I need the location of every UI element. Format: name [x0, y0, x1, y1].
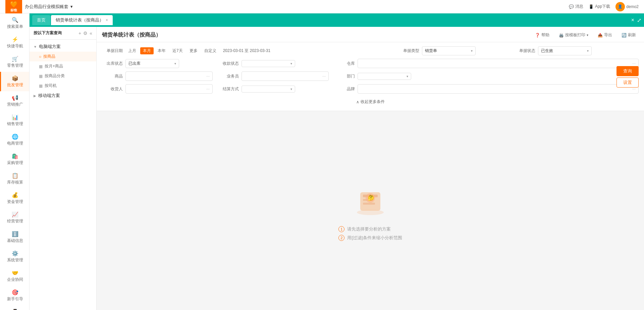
filter-row-4: 收货人 ··· 结算方式 ▾ [102, 84, 639, 94]
tip2-number: 2 [338, 235, 344, 241]
tab-close-icon[interactable]: × [106, 18, 108, 22]
pc-chevron-icon: ▼ [34, 45, 37, 49]
tree-root-pc[interactable]: ▼ 电脑端方案 [30, 42, 96, 52]
date-custom[interactable]: 自定义 [202, 47, 219, 54]
top-bar-right: 💬 消息 📱 App下载 👤 demo2 [569, 2, 639, 11]
tree-root-mobile[interactable]: ▶ 移动端方案 [30, 91, 96, 101]
sidebar-item-newbie[interactable]: 🎯 新手引导 [0, 286, 29, 305]
app-download-button[interactable]: 📱 App下载 [589, 4, 610, 9]
brand-select[interactable]: ··· [358, 84, 639, 94]
collapse-panel-icon[interactable]: « [90, 31, 92, 36]
doc-type-select[interactable]: 销货单 ▾ [422, 46, 476, 55]
staff-select[interactable]: ··· [241, 71, 329, 81]
tab-maximize-icon[interactable]: ⤢ [637, 17, 641, 23]
date-this-year[interactable]: 本年 [155, 47, 168, 54]
add-scheme-icon[interactable]: + [78, 31, 81, 36]
avatar: 👤 [615, 2, 625, 11]
doc-status-select[interactable]: 已生效 ▾ [538, 46, 592, 55]
sidebar-item-finance[interactable]: 💰 资金管理 [0, 189, 29, 208]
template-print-label: 按模板打印 [565, 32, 585, 38]
payment-label: 结算方式 [218, 86, 241, 92]
tree-item-by-category[interactable]: ▦ 按商品分类 [30, 71, 96, 81]
tab-active[interactable]: 销货单统计表（按商品） × [51, 15, 113, 25]
payment-select[interactable]: ▾ [241, 86, 295, 93]
sidebar-item-basics[interactable]: ℹ️ 基础信息 [0, 227, 29, 247]
help-button[interactable]: ❓ 帮助 [532, 31, 552, 39]
payment-caret-icon: ▾ [290, 87, 292, 91]
sidebar-item-operations[interactable]: 📈 经营管理 [0, 208, 29, 227]
dept-select[interactable]: ▾ [358, 73, 411, 80]
template-print-button[interactable]: 🖨️ 按模板打印 ▾ [556, 31, 591, 39]
empty-state: 🤔 1 请先选择要分析的方案 2 用[过滤]条件来缩小分析范围 [97, 111, 644, 310]
staff-control: ··· [241, 71, 329, 81]
sidebar-label-finance: 资金管理 [7, 199, 23, 205]
sidebar-item-wholesale[interactable]: 📦 批发管理 [0, 72, 29, 91]
filter-row-2: 出库状态 已出库 ▾ 收款状态 ▾ [102, 59, 639, 68]
date-this-month[interactable]: 本月 [140, 47, 154, 54]
sidebar-item-system[interactable]: ⚙️ 系统管理 [0, 247, 29, 266]
sidebar-item-ecommerce[interactable]: 🌐 电商管理 [0, 130, 29, 150]
collapse-filter-button[interactable]: ∧ 收起更多条件 [102, 97, 639, 107]
out-status-value: 已出库 [128, 61, 174, 66]
receiver-select[interactable]: ··· [125, 84, 213, 94]
set-button[interactable]: 设置 [616, 78, 639, 88]
sidebar-item-marketing[interactable]: 📢 营销推广 [0, 91, 29, 111]
dept-label: 部门 [334, 73, 358, 79]
logo-text: 标惟 [10, 8, 17, 13]
refresh-button[interactable]: 🔄 刷新 [619, 31, 639, 39]
sidebar-item-appcenter[interactable]: 📱 应用中心 [0, 305, 29, 310]
newbie-icon: 🎯 [12, 289, 18, 296]
out-status-select[interactable]: 已出库 ▾ [125, 59, 179, 68]
purchase-icon: 🛍️ [12, 153, 18, 159]
date-control: 上月 本月 本年 近7天 更多 自定义 2023-03-01 至 2023-03… [125, 47, 398, 54]
dept-caret-icon: ▾ [407, 74, 408, 78]
filter-wrapper: 单据日期 上月 本月 本年 近7天 更多 自定义 2023-03-01 至 20… [97, 42, 644, 111]
sidebar-item-quick-nav[interactable]: ⚡ 快捷导航 [0, 33, 29, 52]
receiver-control: ··· [125, 84, 213, 94]
warehouse-select[interactable]: ··· [358, 59, 639, 68]
message-button[interactable]: 💬 消息 [569, 4, 583, 9]
sidebar-label-marketing: 营销推广 [7, 102, 23, 107]
by-category-icon: ▦ [39, 74, 43, 79]
recv-status-label: 收款状态 [218, 61, 241, 66]
sidebar-item-sales[interactable]: 📊 销售管理 [0, 111, 29, 130]
sidebar-label-inventory: 库存核算 [7, 179, 23, 185]
date-last-month[interactable]: 上月 [125, 47, 139, 54]
sidebar-item-retail[interactable]: 🛒 零售管理 [0, 52, 29, 72]
print-caret-icon: ▾ [587, 33, 588, 37]
query-set-group: 查询 设置 [611, 42, 644, 111]
workspace-selector[interactable]: 办公用品行业模拟账套 ▾ [25, 4, 73, 10]
help-icon: ❓ [535, 33, 540, 38]
sidebar-label-enterprise: 企业协同 [7, 277, 23, 282]
wholesale-icon: 📦 [12, 75, 18, 82]
right-column: 首页 销货单统计表（按商品） × × ⤢ 按以下方案查询 + ⚙ « [30, 13, 644, 310]
by-product-icon: ○ [39, 54, 41, 59]
product-select[interactable]: ··· [125, 71, 213, 81]
filter-row-3: 商品 ··· 业务员 ··· [102, 71, 639, 81]
message-label: 消息 [575, 4, 583, 9]
by-month-product-icon: ▦ [39, 64, 43, 69]
sidebar-item-purchase[interactable]: 🛍️ 采购管理 [0, 150, 29, 169]
app-icon: 📱 [589, 4, 594, 9]
sidebar-label-purchase: 采购管理 [7, 160, 23, 166]
date-more[interactable]: 更多 [187, 47, 200, 54]
recv-status-select[interactable]: ▾ [241, 60, 295, 67]
tree-item-by-machine[interactable]: ▦ 按司机 [30, 81, 96, 91]
tree-item-by-month-product[interactable]: ▦ 按月+商品 [30, 61, 96, 71]
date-last-7-days[interactable]: 近7天 [170, 47, 185, 54]
sidebar-item-enterprise[interactable]: 🤝 企业协同 [0, 266, 29, 286]
sales-icon: 📊 [12, 114, 18, 120]
brand-control: ··· [358, 84, 639, 94]
user-menu[interactable]: 👤 demo2 [615, 2, 639, 11]
scheme-tree: ▼ 电脑端方案 ○ 按商品 ▦ 按月+商品 ▦ 按商品分类 [30, 40, 96, 103]
tab-bar-actions: × ⤢ [631, 17, 641, 23]
empty-svg: 🤔 [350, 180, 390, 221]
query-button[interactable]: 查询 [616, 66, 639, 76]
tab-home[interactable]: 首页 [32, 15, 50, 25]
scheme-settings-icon[interactable]: ⚙ [83, 31, 88, 36]
sidebar-item-search-menu[interactable]: 🔍 搜索菜单 [0, 13, 29, 33]
tree-item-by-product[interactable]: ○ 按商品 [30, 52, 96, 61]
sidebar-item-inventory[interactable]: 📋 库存核算 [0, 169, 29, 189]
export-button[interactable]: 📤 导出 [595, 31, 615, 39]
tab-close-window-icon[interactable]: × [631, 17, 634, 23]
